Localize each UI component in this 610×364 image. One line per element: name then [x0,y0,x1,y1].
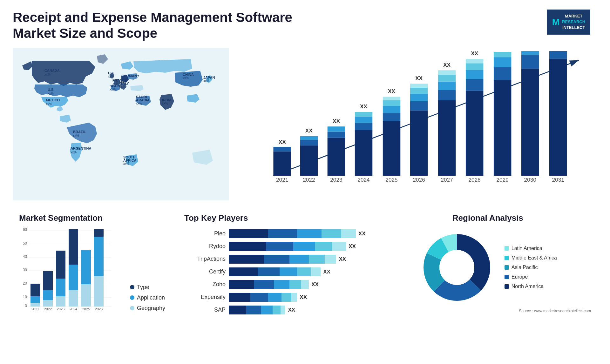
svg-text:xx%: xx% [108,75,114,78]
svg-rect-80 [521,69,539,176]
mea-dot [505,256,509,260]
player-bar-segment [281,293,291,302]
na-dot [505,284,509,289]
source-text: Source : www.marketresearchintellect.com [385,309,591,313]
player-bar-wrap: XX [229,229,366,238]
svg-text:2024: 2024 [70,307,77,310]
player-bar-segment [301,280,309,289]
svg-text:xx%: xx% [110,88,116,91]
player-value: XX [323,269,330,275]
svg-rect-82 [521,51,539,55]
svg-text:2031: 2031 [552,177,564,183]
svg-text:xx%: xx% [183,76,189,80]
svg-rect-52 [383,113,400,121]
svg-rect-123 [69,229,78,265]
player-name: Pleo [184,230,226,237]
svg-text:2026: 2026 [95,307,103,310]
svg-rect-75 [494,80,511,176]
player-bar-segment [229,267,258,276]
svg-text:xx%: xx% [121,78,127,81]
svg-text:2021: 2021 [31,307,39,310]
svg-text:xx%: xx% [136,102,142,105]
svg-rect-46 [355,130,372,175]
svg-rect-128 [94,229,104,237]
donut-svg [419,229,495,306]
svg-rect-48 [355,116,372,123]
player-bar-wrap: XX [229,293,366,302]
player-bar-segment [229,242,266,251]
svg-text:XX: XX [415,75,423,81]
player-bar-segment [264,255,289,264]
application-dot [130,295,134,300]
svg-rect-40 [300,136,318,140]
player-value: XX [288,307,295,313]
svg-text:50: 50 [23,241,27,246]
player-row: ZohoXX [184,280,366,289]
svg-rect-119 [56,279,65,296]
svg-rect-69 [466,91,483,176]
svg-rect-84 [549,59,567,176]
svg-rect-58 [410,101,428,111]
svg-rect-117 [43,271,53,290]
svg-point-140 [439,250,474,285]
svg-rect-125 [81,250,91,284]
player-bar-segment [229,293,250,302]
logo-box: M MARKET RESEARCH INTELLECT [547,10,590,35]
latin-america-label: Latin America [512,246,542,251]
svg-text:xx%: xx% [203,79,209,83]
page-title: Receipt and Expense Management Software … [13,10,299,42]
svg-text:U.S.: U.S. [48,88,54,91]
na-label: North America [512,284,544,289]
player-bar-segment [309,255,324,264]
player-bar [229,293,297,302]
regional-panel: Regional Analysis [378,210,597,321]
svg-text:2028: 2028 [469,177,481,183]
player-bar-segment [297,267,311,276]
svg-text:xx%: xx% [162,102,168,105]
player-bar-segment [229,255,264,264]
player-bar-segment [229,229,268,238]
player-row: SAPXX [184,306,366,314]
player-bar-segment [297,229,322,238]
svg-rect-112 [30,303,40,307]
apac-dot [505,265,509,270]
svg-text:CANADA: CANADA [44,69,60,72]
svg-text:2022: 2022 [303,177,315,183]
player-bar-segment [246,306,261,314]
player-value: XX [339,256,346,262]
player-bar-segment [291,293,297,302]
svg-text:2024: 2024 [357,177,370,183]
player-bar-segment [229,280,254,289]
svg-text:2022: 2022 [44,307,52,310]
logo-line1: MARKET [562,13,585,19]
svg-rect-122 [69,265,78,290]
svg-text:xx%: xx% [73,134,79,138]
svg-rect-121 [69,290,78,307]
svg-text:XX: XX [471,51,478,57]
svg-rect-66 [438,75,456,81]
page-container: Receipt and Expense Management Software … [0,0,610,364]
svg-rect-73 [466,59,483,63]
svg-text:2025: 2025 [385,177,397,183]
player-bar-segment [268,229,297,238]
svg-rect-76 [494,67,511,80]
player-bar-segment [341,229,356,238]
svg-rect-127 [94,237,104,276]
legend-middle-east-africa: Middle East & Africa [505,255,557,261]
player-bar [229,306,285,314]
player-bar-segment [289,280,301,289]
svg-rect-42 [328,138,345,176]
seg-legend-application: Application [130,294,165,301]
player-bar [229,229,356,238]
svg-text:2026: 2026 [413,177,425,183]
logo-area: M MARKET RESEARCH INTELLECT [540,10,597,35]
player-bar-segment [258,267,280,276]
svg-text:XX: XX [305,127,313,134]
player-row: PleoXX [184,229,366,238]
player-bar-segment [332,242,346,251]
player-bar-segment [266,242,293,251]
player-bar [229,267,321,276]
regional-title: Regional Analysis [385,213,591,223]
svg-text:xx%: xx% [44,73,51,76]
svg-rect-85 [549,51,567,59]
